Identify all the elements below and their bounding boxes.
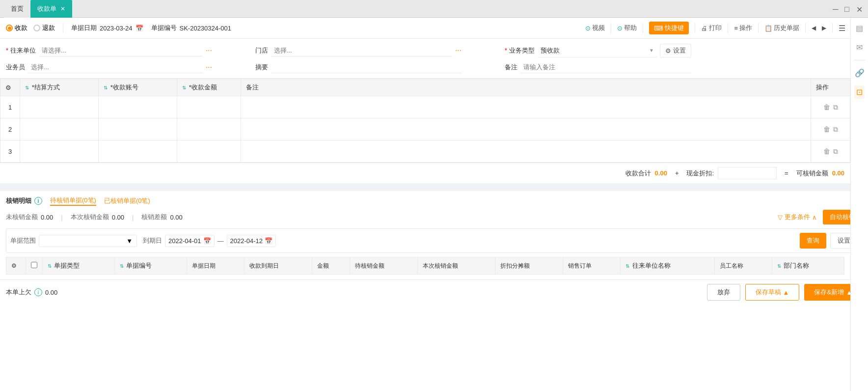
date-dash: —: [217, 237, 224, 245]
shortcut-button[interactable]: ⌨ 快捷键: [649, 22, 689, 34]
counterpart-more-btn[interactable]: ···: [206, 46, 212, 55]
print-button[interactable]: 🖨 打印: [701, 24, 722, 32]
business-type-label: 业务类型: [505, 46, 535, 55]
equals-sign: =: [785, 169, 788, 177]
toolbar: 收款 退款 单据日期 2023-03-24 📅 单据编号 SK-20230324…: [0, 18, 868, 39]
tab-receipt[interactable]: 收款单 ✕: [30, 0, 72, 18]
toolbar-divider-8: [832, 23, 833, 33]
row-2-copy-icon[interactable]: ⧉: [833, 125, 838, 134]
staff-more-btn[interactable]: ···: [206, 63, 212, 72]
notes-label: 备注: [505, 63, 517, 72]
video-icon: ⊙: [585, 25, 591, 32]
bottom-header-settings[interactable]: ⚙: [6, 257, 26, 275]
staff-input[interactable]: [28, 61, 203, 73]
row-2-amount[interactable]: [177, 118, 241, 140]
sidebar-mail-icon[interactable]: ✉: [854, 41, 865, 54]
nav-prev-button[interactable]: ◀: [812, 25, 816, 31]
row-3-amount[interactable]: [177, 140, 241, 163]
table-header-settings[interactable]: ⚙: [0, 79, 20, 96]
row-1-amount[interactable]: [177, 96, 241, 118]
due-date-label: 到期日: [143, 236, 162, 245]
bottom-header-amount: 金额: [312, 257, 350, 275]
store-more-btn[interactable]: ···: [455, 46, 461, 55]
row-3-settlement[interactable]: [20, 140, 99, 163]
help-button[interactable]: ⊙ 帮助: [617, 24, 637, 32]
tab-receipt-close[interactable]: ✕: [60, 5, 65, 12]
table-header-settlement: ⇅ *结算方式: [20, 79, 99, 96]
row-3-delete-icon[interactable]: 🗑: [823, 147, 830, 155]
range-arrow: ▼: [126, 237, 133, 245]
notes-input[interactable]: [520, 61, 691, 73]
nav-next-button[interactable]: ▶: [822, 25, 826, 31]
owing-info-icon[interactable]: i: [34, 288, 42, 296]
more-conditions-btn[interactable]: ▽ 更多条件 ∧: [778, 213, 817, 222]
discard-button[interactable]: 放弃: [707, 284, 740, 301]
bottom-header-pending: 待核销金额: [350, 257, 417, 275]
calendar-icon[interactable]: 📅: [136, 25, 143, 32]
done-tab[interactable]: 已核销单据(0笔): [104, 196, 150, 205]
tab-home[interactable]: 首页: [4, 0, 30, 18]
history-button[interactable]: 📋 历史单据: [764, 24, 799, 32]
row-2-notes[interactable]: [241, 118, 811, 140]
range-select[interactable]: ▼: [39, 235, 137, 247]
select-all-checkbox[interactable]: [31, 262, 37, 268]
toolbar-divider-7: [805, 23, 806, 33]
sort-icon-amount: ⇅: [182, 85, 186, 90]
footer-info: 本单上欠 i 0.00: [6, 288, 57, 297]
store-input[interactable]: [271, 45, 452, 56]
verification-info-icon[interactable]: i: [34, 197, 42, 205]
counterpart-input[interactable]: [39, 45, 203, 56]
operations-button[interactable]: ≡ 操作: [734, 24, 752, 32]
list-view-button[interactable]: ☰: [839, 24, 845, 33]
verification-title: 核销明细 i: [6, 196, 42, 205]
draft-arrow: ▲: [783, 289, 789, 296]
settings-button[interactable]: ⚙ 设置: [660, 44, 691, 57]
row-1-num: 1: [0, 96, 20, 118]
number-label: 单据编号: [151, 24, 177, 32]
row-3-actions: 🗑 ⧉: [811, 140, 850, 163]
table-header-amount: ⇅ *收款金额: [177, 79, 241, 96]
row-1-account[interactable]: [99, 96, 177, 118]
help-icon: ⊙: [617, 25, 623, 32]
row-3-notes[interactable]: [241, 140, 811, 163]
sidebar-table-icon[interactable]: ▤: [854, 22, 865, 35]
toolbar-divider-6: [758, 23, 759, 33]
row-1-copy-icon[interactable]: ⧉: [833, 103, 838, 112]
summary-field: 摘要: [255, 61, 461, 73]
row-1-delete-icon[interactable]: 🗑: [823, 103, 830, 111]
save-draft-button[interactable]: 保存草稿 ▲: [745, 284, 800, 301]
date-value[interactable]: 2023-03-24: [100, 25, 133, 32]
number-field: 单据编号 SK-20230324-001: [151, 24, 232, 32]
row-1-settlement[interactable]: [20, 96, 99, 118]
minimize-button[interactable]: ─: [833, 5, 841, 13]
business-type-value: 预收款: [541, 46, 649, 55]
row-1-notes[interactable]: [241, 96, 811, 118]
row-2-account[interactable]: [99, 118, 177, 140]
store-label: 门店: [255, 46, 268, 55]
shortcut-icon: ⌨: [654, 25, 663, 32]
row-2-settlement[interactable]: [20, 118, 99, 140]
sidebar-attachment-icon[interactable]: 🔗: [853, 66, 867, 80]
row-3-copy-icon[interactable]: ⧉: [833, 147, 838, 156]
operations-icon: ≡: [734, 25, 738, 32]
sidebar-screenshot-icon[interactable]: ⊡: [854, 85, 865, 99]
row-1-actions: 🗑 ⧉: [811, 96, 850, 118]
bottom-header-bill-date: 单据日期: [187, 257, 244, 275]
maximize-button[interactable]: □: [844, 5, 852, 13]
table-header-notes: 备注: [241, 79, 811, 96]
radio-refund[interactable]: 退款: [33, 24, 55, 32]
pending-tab[interactable]: 待核销单据(0笔): [50, 196, 96, 206]
close-button[interactable]: ✕: [856, 5, 864, 13]
business-type-select[interactable]: 预收款 ▼: [538, 44, 657, 57]
radio-receipt[interactable]: 收款: [6, 24, 27, 32]
query-button[interactable]: 查询: [800, 233, 826, 249]
due-date-start[interactable]: 2022-04-01 📅: [165, 235, 215, 247]
current-owing-label: 本单上欠: [6, 288, 31, 297]
due-date-end[interactable]: 2022-04-12 📅: [227, 235, 276, 247]
row-3-account[interactable]: [99, 140, 177, 163]
counterpart-label: 往来单位: [6, 46, 36, 55]
summary-input[interactable]: [271, 61, 461, 73]
row-2-delete-icon[interactable]: 🗑: [823, 125, 830, 133]
discount-input[interactable]: [718, 167, 777, 179]
video-button[interactable]: ⊙ 视频: [585, 24, 605, 32]
